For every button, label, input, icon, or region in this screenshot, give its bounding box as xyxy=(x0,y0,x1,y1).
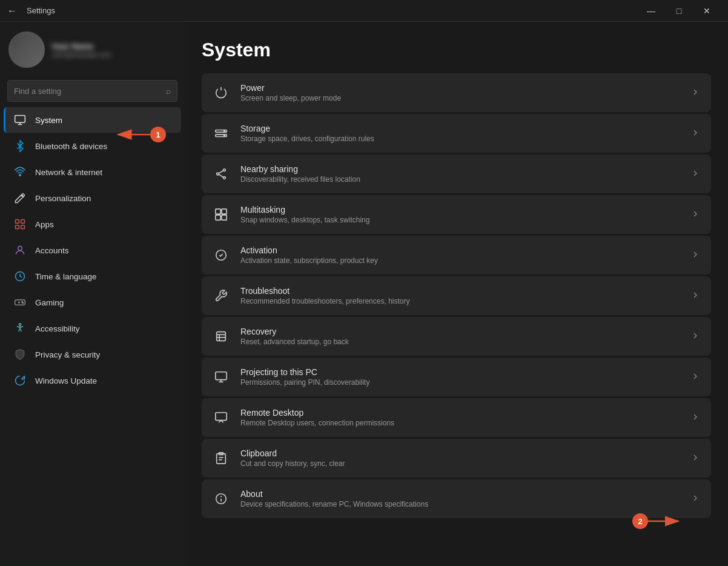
back-button[interactable]: ← xyxy=(7,5,17,16)
sidebar-item-system[interactable]: System xyxy=(4,107,181,133)
svg-line-24 xyxy=(219,175,223,178)
update-icon xyxy=(13,374,27,387)
settings-item-nearby-sharing[interactable]: Nearby sharingDiscoverability, received … xyxy=(202,155,711,193)
sidebar-item-network[interactable]: Network & internet xyxy=(4,159,181,185)
about-chevron xyxy=(690,493,700,505)
sidebar-nav: SystemBluetooth & devicesNetwork & inter… xyxy=(0,107,185,394)
svg-point-15 xyxy=(19,324,21,325)
settings-item-storage[interactable]: StorageStorage space, drives, configurat… xyxy=(202,114,711,153)
settings-item-recovery[interactable]: RecoveryReset, advanced startup, go back xyxy=(202,317,711,356)
activation-chevron xyxy=(690,250,700,261)
svg-rect-7 xyxy=(21,225,25,229)
power-title: Power xyxy=(240,83,680,93)
sidebar-item-apps[interactable]: Apps xyxy=(4,211,181,237)
multitasking-text: MultitaskingSnap windows, desktops, task… xyxy=(240,205,680,224)
close-button[interactable]: ✕ xyxy=(693,1,721,21)
remote-desktop-desc: Remote Desktop users, connection permiss… xyxy=(240,419,680,427)
avatar xyxy=(8,32,45,68)
clipboard-desc: Cut and copy history, sync, clear xyxy=(240,459,680,468)
about-title: About xyxy=(240,489,680,499)
projecting-title: Projecting to this PC xyxy=(240,367,680,377)
remote-desktop-title: Remote Desktop xyxy=(240,408,680,418)
user-profile: User Name user@example.com xyxy=(0,22,185,78)
storage-title: Storage xyxy=(240,124,680,133)
settings-item-projecting[interactable]: Projecting to this PCPermissions, pairin… xyxy=(202,358,711,396)
titlebar-left: ← Settings xyxy=(7,5,55,16)
about-desc: Device specifications, rename PC, Window… xyxy=(240,500,680,508)
about-text: AboutDevice specifications, rename PC, W… xyxy=(240,489,680,508)
bluetooth-icon xyxy=(13,139,27,153)
troubleshoot-text: TroubleshootRecommended troubleshooters,… xyxy=(240,286,680,305)
sidebar-item-bluetooth[interactable]: Bluetooth & devices xyxy=(4,133,181,159)
sidebar-item-update[interactable]: Windows Update xyxy=(4,368,181,393)
sidebar-item-label-update: Windows Update xyxy=(35,376,97,385)
sidebar-item-label-personalization: Personalization xyxy=(35,194,91,203)
sidebar-item-label-network: Network & internet xyxy=(35,168,102,177)
svg-rect-4 xyxy=(16,220,19,224)
clipboard-text: ClipboardCut and copy history, sync, cle… xyxy=(240,448,680,468)
sidebar-item-accessibility[interactable]: Accessibility xyxy=(4,316,181,341)
storage-desc: Storage space, drives, configuration rul… xyxy=(240,135,680,143)
svg-rect-27 xyxy=(216,215,220,220)
settings-item-about[interactable]: AboutDevice specifications, rename PC, W… xyxy=(202,479,711,518)
sidebar-item-time[interactable]: Time & language xyxy=(4,264,181,289)
network-icon xyxy=(13,165,27,179)
power-chevron xyxy=(690,87,700,99)
svg-rect-25 xyxy=(216,209,220,214)
settings-item-multitasking[interactable]: MultitaskingSnap windows, desktops, task… xyxy=(202,195,711,234)
recovery-text: RecoveryReset, advanced startup, go back xyxy=(240,327,680,346)
activation-title: Activation xyxy=(240,245,680,255)
svg-rect-0 xyxy=(15,116,25,123)
sidebar-item-personalization[interactable]: Personalization xyxy=(4,185,181,211)
svg-point-18 xyxy=(224,130,225,132)
svg-point-3 xyxy=(19,175,21,176)
settings-item-troubleshoot[interactable]: TroubleshootRecommended troubleshooters,… xyxy=(202,276,711,315)
minimize-button[interactable]: — xyxy=(637,1,665,21)
svg-rect-34 xyxy=(216,372,227,380)
recovery-desc: Reset, advanced startup, go back xyxy=(240,338,680,346)
search-input[interactable] xyxy=(14,87,166,96)
settings-item-clipboard[interactable]: ClipboardCut and copy history, sync, cle… xyxy=(202,439,711,478)
settings-item-activation[interactable]: ActivationActivation state, subscription… xyxy=(202,236,711,275)
recovery-icon xyxy=(213,328,230,345)
svg-rect-28 xyxy=(222,215,227,220)
sidebar-item-label-accounts: Accounts xyxy=(35,246,69,255)
remote-desktop-icon xyxy=(213,409,230,426)
svg-point-19 xyxy=(224,135,225,136)
sidebar-item-gaming[interactable]: Gaming xyxy=(4,290,181,315)
titlebar-title: Settings xyxy=(27,6,55,15)
user-email: user@example.com xyxy=(52,51,111,58)
sidebar-item-label-gaming: Gaming xyxy=(35,298,64,307)
search-box[interactable]: ⌕ xyxy=(7,80,177,102)
projecting-icon xyxy=(213,368,230,385)
maximize-button[interactable]: □ xyxy=(665,1,693,21)
activation-icon xyxy=(213,247,230,264)
nearby-sharing-chevron xyxy=(690,168,700,180)
troubleshoot-chevron xyxy=(690,290,700,302)
sidebar-item-privacy[interactable]: Privacy & security xyxy=(4,342,181,367)
power-text: PowerScreen and sleep, power mode xyxy=(240,83,680,102)
sidebar-item-accounts[interactable]: Accounts xyxy=(4,238,181,263)
user-name: User Name xyxy=(52,42,111,51)
apps-icon xyxy=(13,218,27,231)
time-icon xyxy=(13,270,27,283)
privacy-icon xyxy=(13,348,27,361)
troubleshoot-desc: Recommended troubleshooters, preferences… xyxy=(240,297,680,305)
sidebar-item-label-privacy: Privacy & security xyxy=(35,350,100,359)
sidebar-item-label-accessibility: Accessibility xyxy=(35,324,80,333)
troubleshoot-icon xyxy=(213,287,230,304)
nearby-sharing-text: Nearby sharingDiscoverability, received … xyxy=(240,164,680,184)
titlebar-controls: — □ ✕ xyxy=(637,1,721,21)
projecting-text: Projecting to this PCPermissions, pairin… xyxy=(240,367,680,387)
svg-point-8 xyxy=(18,246,22,250)
settings-item-power[interactable]: PowerScreen and sleep, power mode xyxy=(202,73,711,112)
storage-text: StorageStorage space, drives, configurat… xyxy=(240,124,680,143)
nearby-sharing-desc: Discoverability, received files location xyxy=(240,175,680,184)
settings-item-remote-desktop[interactable]: Remote DesktopRemote Desktop users, conn… xyxy=(202,398,711,437)
remote-desktop-text: Remote DesktopRemote Desktop users, conn… xyxy=(240,408,680,427)
accounts-icon xyxy=(13,244,27,257)
clipboard-title: Clipboard xyxy=(240,448,680,458)
svg-point-21 xyxy=(217,173,219,175)
svg-rect-26 xyxy=(222,209,227,214)
activation-desc: Activation state, subscriptions, product… xyxy=(240,256,680,265)
